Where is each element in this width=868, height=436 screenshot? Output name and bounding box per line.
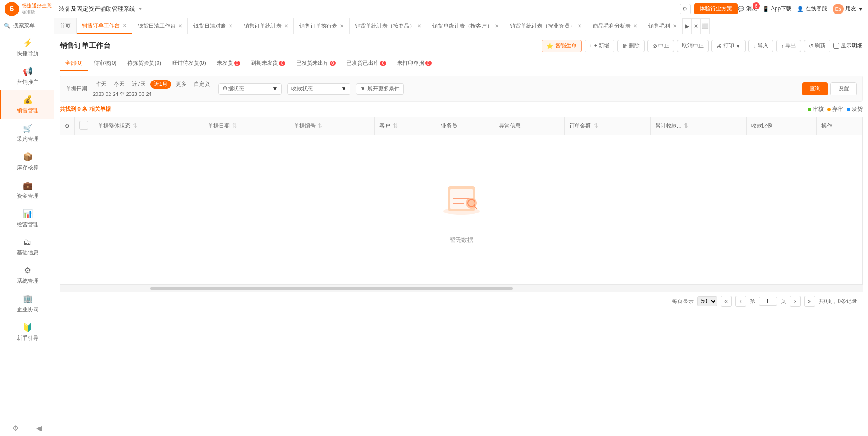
page-number-input[interactable] bbox=[759, 297, 777, 306]
sidebar-item-purchase[interactable]: 🛒 采购管理 bbox=[0, 119, 54, 147]
tab-margin-analysis[interactable]: 商品毛利分析表 ✕ bbox=[587, 18, 643, 34]
tab-close-icon[interactable]: ✕ bbox=[495, 24, 499, 28]
date-btn-yesterday[interactable]: 昨天 bbox=[93, 80, 109, 89]
filter-tab-shipped-not-out[interactable]: 已发货未出库0 bbox=[291, 57, 341, 71]
tab-close-icon[interactable]: ✕ bbox=[578, 24, 581, 28]
filter-tab-shipped-out[interactable]: 已发货已出库0 bbox=[341, 57, 392, 71]
last-page-button[interactable]: » bbox=[804, 296, 815, 307]
tab-close-icon[interactable]: ✕ bbox=[417, 24, 421, 28]
tab-sales-exec[interactable]: 销售订单执行表 ✕ bbox=[294, 18, 350, 34]
sidebar-item-quick-nav[interactable]: ⚡ 快捷导航 bbox=[0, 33, 54, 62]
user-menu-button[interactable]: Ea 用友 ▼ bbox=[833, 4, 863, 14]
smart-generate-button[interactable]: ⭐ 智能生单 bbox=[542, 40, 582, 52]
tab-scroll-right[interactable]: ▶ bbox=[682, 18, 691, 34]
date-btn-1month[interactable]: 近1月 bbox=[150, 80, 172, 89]
toolbar: ⭐ 智能生单 + + 新增 🗑 删除 ⊘ 中止 bbox=[542, 40, 863, 52]
stop-button[interactable]: ⊘ 中止 bbox=[647, 40, 674, 52]
tab-sales-more[interactable]: 销售毛利 ✕ bbox=[643, 18, 682, 34]
export-button[interactable]: ↑ 导出 bbox=[776, 40, 801, 52]
cancel-stop-button[interactable]: 取消中止 bbox=[677, 40, 709, 52]
tab-close-icon[interactable]: ✕ bbox=[284, 24, 288, 28]
online-service-button[interactable]: 👤 在线客服 bbox=[797, 5, 827, 13]
tab-cash-daily[interactable]: 钱货日清工作台 ✕ bbox=[132, 18, 188, 34]
tab-close-all[interactable]: ✕ bbox=[691, 18, 700, 34]
industry-button[interactable]: 体验行业方案 bbox=[694, 3, 738, 14]
filter-tab-wangpu[interactable]: 旺铺待发货(0) bbox=[167, 57, 211, 71]
show-detail-checkbox[interactable]: 显示明细 bbox=[833, 42, 863, 50]
refresh-button[interactable]: ↺ 刷新 bbox=[804, 40, 830, 52]
sidebar-item-marketing[interactable]: 📢 营销推广 bbox=[0, 62, 54, 90]
prev-page-button[interactable]: ‹ bbox=[735, 296, 746, 307]
status-filter[interactable]: 单据状态 ▼ bbox=[218, 83, 282, 95]
sidebar-item-inventory[interactable]: 📦 库存核算 bbox=[0, 147, 54, 176]
sidebar-collapse-button[interactable]: ◀ bbox=[36, 424, 42, 432]
date-btn-today[interactable]: 今天 bbox=[111, 80, 127, 89]
sys-dropdown-icon[interactable]: ▼ bbox=[138, 6, 143, 11]
col-staff[interactable]: 业务员 bbox=[436, 117, 494, 135]
sidebar-item-operation[interactable]: 📊 经营管理 bbox=[0, 204, 54, 233]
tab-close-icon[interactable]: ✕ bbox=[178, 24, 182, 28]
expand-filter-button[interactable]: ▼ 展开更多条件 bbox=[356, 83, 404, 95]
sidebar-setting-button[interactable]: ⚙ bbox=[12, 424, 19, 432]
filter-tab-pending-review[interactable]: 待审核(0) bbox=[88, 57, 122, 71]
sidebar-item-basic[interactable]: 🗂 基础信息 bbox=[0, 233, 54, 261]
stop-label: 中止 bbox=[658, 42, 669, 50]
query-button[interactable]: 查询 bbox=[802, 82, 828, 95]
first-page-button[interactable]: « bbox=[721, 296, 732, 307]
sort-collected-icon: ⇅ bbox=[684, 123, 688, 129]
date-btn-7days[interactable]: 近7天 bbox=[129, 80, 149, 89]
col-abnormal[interactable]: 异常信息 bbox=[494, 117, 565, 135]
tab-cash-reconcile[interactable]: 钱货日清对账 ✕ bbox=[188, 18, 238, 34]
tab-maximize[interactable]: ⬜ bbox=[700, 18, 710, 34]
tab-sales-sum-customer[interactable]: 销货单统计表（按客户） ✕ bbox=[427, 18, 504, 34]
tab-sales-sum-product[interactable]: 销货单统计表（按商品） ✕ bbox=[350, 18, 427, 34]
tab-close-icon[interactable]: ✕ bbox=[340, 24, 344, 28]
tab-sales-stat[interactable]: 销售订单统计表 ✕ bbox=[238, 18, 294, 34]
date-btn-custom[interactable]: 自定义 bbox=[191, 80, 213, 89]
date-btn-more[interactable]: 更多 bbox=[173, 80, 189, 89]
tab-close-icon[interactable]: ✕ bbox=[633, 24, 637, 28]
filter-tab-unprinted[interactable]: 未打印单据0 bbox=[392, 57, 437, 71]
filter-tab-pending-check[interactable]: 待拣货验货(0) bbox=[122, 57, 167, 71]
tab-close-icon[interactable]: ✕ bbox=[673, 24, 676, 28]
tab-close-icon[interactable]: ✕ bbox=[229, 24, 232, 28]
unreview-button[interactable]: 弃审 bbox=[827, 105, 843, 113]
sidebar-item-system[interactable]: ⚙ 系统管理 bbox=[0, 261, 54, 289]
sidebar-item-sales[interactable]: 💰 销售管理 bbox=[0, 90, 54, 119]
add-button[interactable]: + + 新增 bbox=[585, 40, 614, 52]
next-page-button[interactable]: › bbox=[790, 296, 801, 307]
gear-button[interactable]: ⚙ bbox=[680, 4, 691, 14]
page-size-select[interactable]: 50 bbox=[697, 296, 717, 306]
tab-close-icon[interactable]: ✕ bbox=[123, 23, 126, 28]
sidebar-item-corp[interactable]: 🏢 企业协同 bbox=[0, 289, 54, 318]
scrollbar-thumb[interactable] bbox=[150, 287, 513, 290]
filter-tab-overdue[interactable]: 到期未发货0 bbox=[245, 57, 291, 71]
review-button[interactable]: 审核 bbox=[808, 105, 824, 113]
col-amount[interactable]: 订单金额 ⇅ bbox=[565, 117, 651, 135]
tab-sales-workbench[interactable]: 销售订单工作台 ✕ bbox=[77, 18, 132, 34]
col-number[interactable]: 单据编号 ⇅ bbox=[289, 117, 375, 135]
payment-filter[interactable]: 收款状态 ▼ bbox=[287, 83, 350, 95]
message-button[interactable]: 💬 消息 6 bbox=[738, 5, 757, 13]
horizontal-scrollbar[interactable] bbox=[60, 284, 863, 292]
col-checkbox[interactable] bbox=[75, 117, 93, 135]
set-button[interactable]: 设置 bbox=[830, 82, 857, 95]
sidebar-item-guide[interactable]: 🔰 新手引导 bbox=[0, 318, 54, 346]
sidebar-item-finance[interactable]: 💼 资金管理 bbox=[0, 176, 54, 204]
tab-sales-sum-staff[interactable]: 销货单统计表（按业务员） ✕ bbox=[504, 18, 587, 34]
col-date[interactable]: 单据日期 ⇅ bbox=[203, 117, 289, 135]
tab-label: 销货单统计表（按业务员） bbox=[510, 22, 575, 30]
col-customer[interactable]: 客户 ⇅ bbox=[375, 117, 436, 135]
tab-home[interactable]: 首页 bbox=[54, 18, 77, 34]
show-detail-input[interactable] bbox=[833, 43, 839, 49]
search-menu[interactable]: 🔍 搜索菜单 bbox=[0, 18, 54, 33]
import-button[interactable]: ↓ 导入 bbox=[748, 40, 773, 52]
filter-tab-unshipped[interactable]: 未发货0 bbox=[211, 57, 246, 71]
delete-button[interactable]: 🗑 删除 bbox=[617, 40, 645, 52]
ship-button[interactable]: 发货 bbox=[847, 105, 863, 113]
col-collected[interactable]: 累计收款... ⇅ bbox=[650, 117, 746, 135]
filter-tab-all[interactable]: 全部(0) bbox=[60, 57, 88, 71]
print-button[interactable]: 🖨 打印 ▼ bbox=[711, 40, 746, 52]
col-status[interactable]: 单据整体状态 ⇅ bbox=[93, 117, 203, 135]
app-download-button[interactable]: 📱 App下载 bbox=[762, 5, 791, 13]
